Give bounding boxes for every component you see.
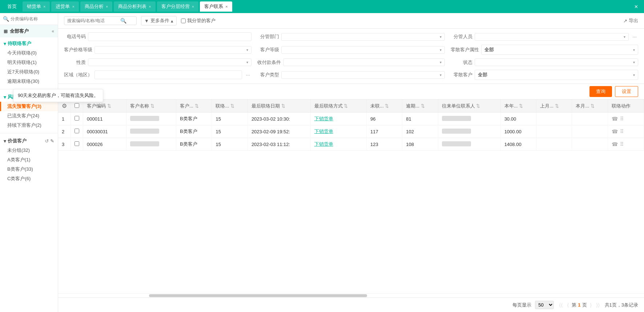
- action-menu-icon[interactable]: ⠿: [620, 141, 624, 147]
- customer-grade-select[interactable]: ▾: [281, 46, 445, 54]
- first-page-btn[interactable]: ⟨⟨: [558, 301, 564, 309]
- sidebar-item-7days[interactable]: 近7天待联络(0): [0, 67, 58, 77]
- horizontal-scrollbar[interactable]: [58, 293, 644, 297]
- action-contact-icon[interactable]: ☎: [612, 141, 618, 147]
- sidebar-search-box[interactable]: 🔍: [0, 13, 58, 25]
- prev-page-btn[interactable]: ⟨: [565, 301, 570, 309]
- collapse-icon[interactable]: «: [52, 29, 54, 34]
- settings-button[interactable]: 设置: [615, 86, 638, 97]
- sidebar-item-tomorrow[interactable]: 明天待联络(1): [0, 58, 58, 67]
- nav-tab-customer-contact[interactable]: 客户联系 ×: [200, 1, 232, 12]
- sidebar-item-declining[interactable]: 持续下滑客户(2): [0, 121, 58, 130]
- more-icon[interactable]: ···: [631, 34, 638, 40]
- close-icon[interactable]: ×: [149, 4, 151, 9]
- price-grade-field: 客户价格等级 ▾: [64, 46, 251, 54]
- sort-icon: ⇅: [195, 103, 199, 109]
- row-last-method-cell[interactable]: 下销货单: [310, 125, 366, 138]
- nav-home[interactable]: 首页: [3, 1, 21, 12]
- per-page-select[interactable]: 50 100 200: [535, 301, 554, 309]
- action-contact-icon[interactable]: ☎: [612, 129, 618, 134]
- edit-icon[interactable]: ✎: [50, 138, 54, 144]
- sidebar-item-b-class[interactable]: B类客户(33): [0, 165, 58, 174]
- sidebar-item-churn-warning[interactable]: 流失预警客户(3): [0, 102, 58, 111]
- row-checkbox[interactable]: [75, 116, 79, 121]
- close-icon[interactable]: ×: [225, 4, 228, 9]
- col-contact-label: 联络...: [216, 103, 229, 109]
- scrollbar-thumb[interactable]: [149, 294, 367, 297]
- status-select[interactable]: ▾: [475, 58, 638, 66]
- next-page-btn[interactable]: ⟩: [588, 301, 593, 309]
- nav-tab-purchase[interactable]: 进货单 ×: [51, 1, 79, 12]
- col-contact-person[interactable]: 往来单位联系人 ⇅: [438, 100, 500, 113]
- col-last-date[interactable]: 最后联络日期 ⇅: [247, 100, 310, 113]
- row-last-method-cell[interactable]: 下销货单: [310, 138, 366, 151]
- person-select[interactable]: ▾: [475, 33, 629, 41]
- action-menu-icon[interactable]: ⠿: [620, 116, 624, 122]
- refresh-icon[interactable]: ↺: [45, 138, 49, 144]
- my-customers-checkbox[interactable]: [181, 19, 186, 23]
- pending-group-header[interactable]: ▾ 待联络客户: [0, 39, 58, 48]
- col-this-month-label: 本月...: [576, 103, 589, 109]
- value-group-header[interactable]: ▾ 价值客户 ↺ ✎: [0, 136, 58, 146]
- col-this-month[interactable]: 本月... ⇅: [572, 100, 608, 113]
- contact-method-link[interactable]: 下销货单: [314, 141, 333, 147]
- search-icon[interactable]: 🔍: [120, 18, 126, 24]
- row-checkbox[interactable]: [75, 141, 79, 146]
- close-all-tabs[interactable]: ✕: [631, 3, 641, 11]
- price-grade-select[interactable]: ▾: [94, 46, 251, 54]
- area-more-icon[interactable]: ···: [244, 72, 251, 78]
- row-checkbox-cell[interactable]: [71, 138, 83, 151]
- dept-select[interactable]: ▾: [281, 33, 445, 41]
- row-actions-cell: ☎ ⠿: [608, 138, 644, 151]
- gender-select[interactable]: ▾: [88, 58, 251, 66]
- last-page-btn[interactable]: ⟩⟩: [595, 301, 601, 309]
- select-all-checkbox[interactable]: [75, 103, 79, 108]
- action-menu-icon[interactable]: ⠿: [620, 129, 624, 134]
- col-type[interactable]: 客户... ⇅: [176, 100, 212, 113]
- sidebar-item-a-class[interactable]: A类客户(1): [0, 155, 58, 165]
- row-checkbox-cell[interactable]: [71, 113, 83, 125]
- action-contact-icon[interactable]: ☎: [612, 116, 618, 122]
- sidebar-search-input[interactable]: [11, 16, 58, 21]
- retail-customer-select[interactable]: 全部 ▾: [475, 70, 638, 80]
- col-overdue[interactable]: 逾期... ⇅: [402, 100, 438, 113]
- close-icon[interactable]: ×: [192, 4, 194, 9]
- row-checkbox-cell[interactable]: [71, 125, 83, 138]
- customer-type-select[interactable]: ▾: [281, 71, 445, 79]
- retail-customer-field: 零散客户 全部 ▾: [451, 70, 638, 80]
- nav-tab-analysis[interactable]: 商品分析 ×: [80, 1, 112, 12]
- query-button[interactable]: 查询: [589, 86, 612, 97]
- row-last-method-cell[interactable]: 下销货单: [310, 113, 366, 125]
- col-last-month[interactable]: 上月... ⇅: [536, 100, 572, 113]
- sidebar-item-churned[interactable]: 已流失客户(24): [0, 111, 58, 121]
- row-checkbox[interactable]: [75, 129, 79, 133]
- sidebar-item-today[interactable]: 今天待联络(0): [0, 48, 58, 58]
- retail-attr-select[interactable]: 全部 ▾: [481, 45, 638, 55]
- search-input[interactable]: [67, 18, 118, 23]
- sidebar-all-customers[interactable]: ⊞ 全部客户 «: [0, 25, 58, 37]
- sidebar-item-ungroup[interactable]: 未分组(32): [0, 146, 58, 155]
- search-input-box[interactable]: 🔍: [64, 16, 137, 25]
- nav-tab-analysis-list[interactable]: 商品分析列表 ×: [114, 1, 155, 12]
- close-icon[interactable]: ×: [106, 4, 108, 9]
- contact-method-link[interactable]: 下销货单: [314, 116, 333, 121]
- contact-method-link[interactable]: 下销货单: [314, 129, 333, 134]
- phone-input[interactable]: [88, 32, 251, 41]
- nav-tab-sales[interactable]: 销货单 ×: [23, 1, 50, 12]
- col-contact[interactable]: 联络... ⇅: [212, 100, 247, 113]
- table-settings-icon[interactable]: ⚙: [62, 103, 67, 109]
- sidebar-item-c-class[interactable]: C类客户(6): [0, 174, 58, 183]
- close-icon[interactable]: ×: [43, 4, 45, 9]
- area-input[interactable]: [94, 70, 242, 79]
- col-uncontacted[interactable]: 未联... ⇅: [366, 100, 402, 113]
- col-name[interactable]: 客户名称 ⇅: [126, 100, 176, 113]
- col-this-year[interactable]: 本年... ⇅: [500, 100, 536, 113]
- col-last-method[interactable]: 最后联络方式 ⇅: [310, 100, 366, 113]
- more-conditions-btn[interactable]: ▼ 更多条件 ▴: [141, 16, 177, 25]
- sidebar-divider-2: [0, 133, 58, 133]
- sidebar-item-overdue[interactable]: 逾期未联络(30): [0, 77, 58, 86]
- nav-tab-customer-tier[interactable]: 客户分层经营 ×: [157, 1, 198, 12]
- payment-select[interactable]: ▾: [283, 58, 445, 66]
- close-icon[interactable]: ×: [72, 4, 74, 9]
- export-btn[interactable]: ↗ 导出: [623, 17, 638, 24]
